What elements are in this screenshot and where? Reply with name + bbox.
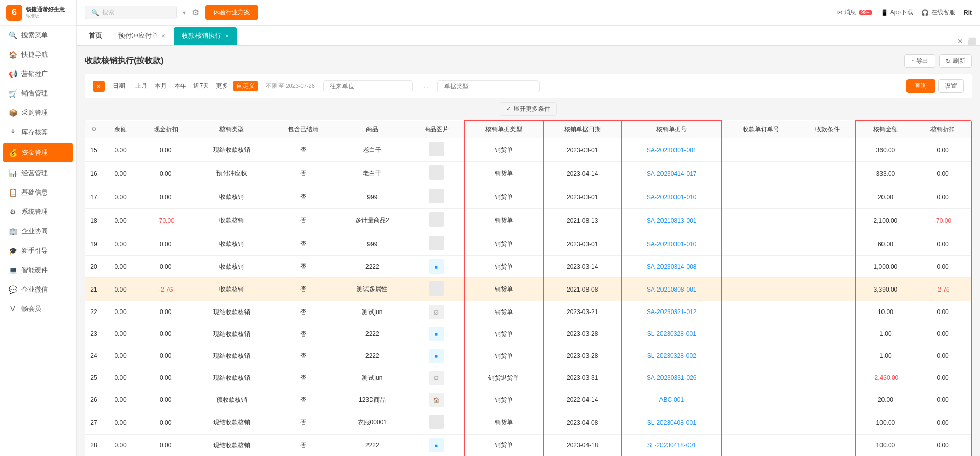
table-gear-icon[interactable]: ⚙ [91,126,97,133]
tab-writeoff-close-icon[interactable]: ✕ [225,33,229,39]
sidebar-item-corp[interactable]: 🏢 企业协同 [0,222,76,241]
filter-date-label: 日期 [113,82,125,90]
tab-prepay[interactable]: 预付冲应付单 ✕ [110,27,174,45]
filter-slip-type-input[interactable] [437,80,540,92]
settings-btn[interactable]: 设置 [938,79,964,93]
filter-partner-input[interactable] [323,80,413,92]
close-all-icon[interactable]: ✕ [957,37,963,45]
cell-slip-no[interactable]: SL-20230328-001 [621,323,722,345]
filter-this-month[interactable]: 本月 [153,81,169,91]
cell-slip-no[interactable]: SA-20230314-008 [621,256,722,278]
cell-slip-no[interactable]: SL-20230328-002 [621,345,722,367]
cell-cash-discount: 0.00 [138,435,193,457]
filter-expand-btn[interactable]: » [93,81,105,92]
cell-goods-img [408,411,465,435]
cell-writeoff-discount: 0.00 [915,162,971,185]
sidebar-item-ops[interactable]: 📊 经营管理 [0,163,76,183]
logo-icon: 6 [6,5,22,21]
slip-no-link[interactable]: SL-20230418-001 [647,442,696,449]
cell-receipt-order-no [722,209,799,232]
slip-no-link[interactable]: SL-20230328-001 [647,330,696,338]
filter-custom[interactable]: 自定义 [233,81,258,91]
filter-7days[interactable]: 近7天 [191,81,211,91]
sidebar-item-inventory[interactable]: 🗄 库存核算 [0,123,76,142]
table-row: 22 0.00 0.00 现结收款核销 否 测试jun 🖼 销货单 2023-0… [85,301,971,323]
cell-include-settled: 否 [270,209,336,232]
th-goods-img: 商品图片 [408,121,465,138]
topbar-search-box[interactable]: 🔍 搜索 [85,6,177,19]
cell-slip-no[interactable]: SA-20230414-017 [621,162,722,185]
topbar-chevron-icon[interactable]: ▾ [183,9,186,16]
sidebar-item-basic[interactable]: 📋 基础信息 [0,183,76,202]
sidebar-item-system[interactable]: ⚙ 系统管理 [0,202,76,222]
cell-writeoff-type: 收款核销 [193,232,270,256]
cell-slip-no[interactable]: SA-20230301-010 [621,185,722,209]
sidebar-item-purchase[interactable]: 📦 采购管理 [0,103,76,123]
cell-writeoff-type: 收款核销 [193,256,270,278]
cell-writeoff-discount: -70.00 [915,209,971,232]
industry-btn[interactable]: 休验行业方案 [205,5,258,20]
sidebar-item-sales[interactable]: 🛒 销售管理 [0,84,76,103]
cell-slip-no[interactable]: SL-20230418-001 [621,435,722,457]
goods-thumbnail [429,281,444,296]
cell-slip-no[interactable]: SA-20210808-001 [621,278,722,301]
sidebar-item-marketing[interactable]: 📢 营销推广 [0,64,76,84]
slip-no-link[interactable]: SA-20230301-010 [647,194,696,201]
query-btn[interactable]: 查询 [906,79,935,93]
user-name[interactable]: Rit [964,9,972,16]
cell-slip-no[interactable]: SA-20210813-001 [621,209,722,232]
slip-no-link[interactable]: SA-20230301-001 [647,147,696,154]
cell-slip-no[interactable]: SA-20230321-012 [621,301,722,323]
slip-no-link[interactable]: SA-20230301-010 [647,241,696,248]
app-download-btn[interactable]: 📱 App下载 [880,8,913,17]
online-service-btn[interactable]: 🎧 在线客服 [921,8,955,17]
cell-include-settled: 否 [270,345,336,367]
message-btn[interactable]: ✉ 消息 99+ [837,8,872,17]
cell-writeoff-discount: 0.00 [915,301,971,323]
cell-slip-no[interactable]: ABC-001 [621,389,722,411]
slip-no-link[interactable]: SA-20230331-026 [647,374,696,381]
sidebar-item-search[interactable]: 🔍 搜索菜单 [0,26,76,45]
expand-more-btn[interactable]: ✓ 展开更多条件 [500,102,556,116]
sidebar-item-quicknav[interactable]: 🏠 快捷导航 [0,45,76,64]
slip-no-link[interactable]: SL-20230328-002 [647,352,696,359]
cell-cash-discount: 0.00 [138,138,193,162]
tab-writeoff[interactable]: 收款核销执行 ✕ [174,27,237,45]
cell-slip-no[interactable]: SA-20230331-026 [621,367,722,389]
cell-no: 26 [85,389,103,411]
export-btn[interactable]: ↑ 导出 [904,54,935,68]
guide-icon: 🎓 [8,247,17,255]
tab-prepay-close-icon[interactable]: ✕ [161,33,165,39]
filter-last-month[interactable]: 上月 [133,81,150,91]
sidebar-item-member[interactable]: V 畅会员 [0,299,76,319]
sidebar-item-wechat[interactable]: 💬 企业微信 [0,280,76,299]
cell-writeoff-amount: 3,390.00 [856,278,915,301]
topbar-settings-icon[interactable]: ⚙ [192,8,199,17]
slip-no-link[interactable]: SL-20230408-001 [647,419,696,426]
cell-slip-no[interactable]: SA-20230301-001 [621,138,722,162]
filter-this-year[interactable]: 本年 [172,81,188,91]
cell-slip-no[interactable]: SA-20230301-010 [621,232,722,256]
slip-no-link[interactable]: SA-20230414-017 [647,170,696,177]
hardware-icon: 💻 [8,266,17,274]
cell-cash-discount: 0.00 [138,323,193,345]
cell-slip-date: 2023-03-21 [543,301,621,323]
filter-more[interactable]: 更多 [214,81,230,91]
cell-slip-no[interactable]: SL-20230408-001 [621,411,722,435]
goods-thumbnail [429,236,444,250]
sidebar-item-finance[interactable]: 💰 资金管理 [3,143,73,162]
refresh-btn[interactable]: ↻ 刷新 [939,54,972,68]
slip-no-link[interactable]: SA-20210808-001 [647,286,696,293]
slip-no-link[interactable]: SA-20210813-001 [647,217,696,224]
sidebar-item-guide[interactable]: 🎓 新手引导 [0,241,76,260]
cell-writeoff-amount: 1.00 [856,345,915,367]
cell-goods: 2222 [336,256,408,278]
sidebar-item-hardware[interactable]: 💻 智能硬件 [0,260,76,280]
maximize-icon[interactable]: ⬜ [967,37,976,45]
cell-goods: 老白干 [336,138,408,162]
tab-home[interactable]: 首页 [81,27,110,45]
slip-no-link[interactable]: SA-20230321-012 [647,308,696,316]
slip-no-link[interactable]: SA-20230314-008 [647,263,696,270]
cell-balance: 0.00 [103,345,138,367]
slip-no-link[interactable]: ABC-001 [659,396,684,403]
